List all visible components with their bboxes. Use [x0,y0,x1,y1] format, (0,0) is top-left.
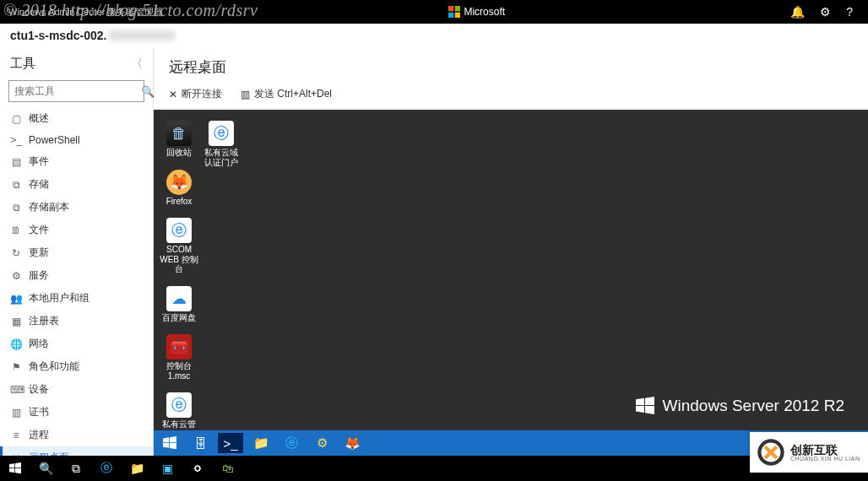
sidebar-item-label: 注册表 [29,314,59,328]
desktop-icon-label: 私有云域认证门户 [201,148,241,167]
search-tools[interactable]: 🔍 [8,80,144,102]
sidebar-item-3[interactable]: ⧉存储 [0,173,153,196]
sidebar-item-14[interactable]: ≡进程 [0,424,153,446]
svg-rect-0 [448,6,453,11]
app-icon: ☁ [166,286,192,311]
desktop-icon-label: SCOM WEB 控制台 [159,245,199,274]
sidebar-item-label: 更新 [29,246,49,260]
host-chrome-icon[interactable]: ⭘ [186,458,209,478]
svg-rect-3 [455,13,460,18]
badge-logo-icon [757,438,785,467]
os-brand: Windows Server 2012 R2 [636,397,844,415]
host-ie-icon[interactable]: ⓔ [95,458,118,478]
app-icon: ⓔ [166,392,192,418]
sidebar-item-label: 角色和功能 [29,359,79,374]
sidebar-item-label: 服务 [29,268,49,283]
sidebar-item-13[interactable]: ▥证书 [0,401,153,424]
remote-explorer-icon[interactable]: 📁 [248,433,274,453]
remote-start-button[interactable] [157,433,182,453]
sidebar-item-icon: ⌨ [10,384,22,396]
sidebar-item-label: 网络 [29,337,49,351]
host-name[interactable]: ctu1-s-msdc-002. [10,29,106,42]
search-input[interactable] [14,85,141,97]
desktop-icon[interactable]: 🧰控制台1.msc [159,334,199,381]
desktop-icon[interactable]: ⓔSCOM WEB 控制台 [159,218,199,274]
sidebar-item-9[interactable]: ▦注册表 [0,310,153,332]
sidebar-item-12[interactable]: ⌨设备 [0,378,153,401]
host-store-icon[interactable]: 🛍 [216,458,240,478]
sidebar-item-label: 概述 [29,111,49,126]
sidebar-item-8[interactable]: 👥本地用户和组 [0,287,153,310]
watermark-badge: 创新互联CHUANG XIN HU LIAN [750,432,868,473]
host-start-button[interactable] [3,458,27,478]
sidebar-item-label: 设备 [29,382,49,397]
sidebar-title: 工具 [10,56,35,72]
host-taskview-icon[interactable]: ⧉ [64,458,88,478]
host-taskbar[interactable]: 🔍 ⧉ ⓔ 📁 ▣ ⭘ 🛍 ▭ [0,456,868,481]
sidebar-item-icon: ≡ [10,430,22,441]
svg-rect-1 [455,6,460,11]
sidebar-item-15[interactable]: ✕远程桌面 [0,446,153,456]
sidebar-item-icon: 👥 [10,293,22,305]
remote-server-manager-icon[interactable]: 🗄 [187,433,213,453]
desktop-icon[interactable]: ☁百度网盘 [159,286,199,323]
sidebar-item-icon: ▤ [10,156,22,168]
sidebar-item-11[interactable]: ⚑角色和功能 [0,355,153,378]
sidebar-item-6[interactable]: ↻更新 [0,241,153,264]
remote-ie-icon[interactable]: ⓔ [279,433,304,453]
svg-rect-2 [448,13,453,18]
sidebar-item-label: 存储 [29,177,49,192]
sidebar-item-icon: >_ [10,134,22,146]
settings-icon[interactable]: ⚙ [820,5,831,19]
host-breadcrumb: ctu1-s-msdc-002. [0,24,868,47]
host-app-icon[interactable]: ▣ [155,458,179,478]
tools-sidebar: 工具 〈 🔍 ▢概述>_PowerShell▤事件⧉存储⧉存储副本🗎文件↻更新⚙… [0,47,154,456]
help-icon[interactable]: ? [846,5,853,19]
windows-logo-icon [636,397,654,415]
desktop-icon[interactable]: ⓔ私有云域认证门户 [201,121,241,167]
app-icon: ⓔ [209,121,234,146]
sidebar-item-icon: ⧉ [10,202,22,213]
app-icon: 🗑 [166,121,192,146]
close-icon: ✕ [169,89,177,100]
microsoft-logo-icon [448,6,460,18]
desktop-icon-label: 控制台1.msc [159,361,199,381]
remote-powershell-icon[interactable]: >_ [218,433,243,453]
remote-firefox-icon[interactable]: 🦊 [339,433,365,453]
sidebar-item-label: 事件 [29,154,49,169]
sidebar-item-4[interactable]: ⧉存储副本 [0,196,153,219]
desktop-icon[interactable]: 🗑回收站 [159,121,199,158]
host-name-redacted [108,30,176,41]
sidebar-item-label: 本地用户和组 [29,291,90,305]
app-icon: 🧰 [166,334,192,359]
sidebar-item-0[interactable]: ▢概述 [0,107,153,130]
remote-desktop-viewport[interactable]: 🗑回收站🦊FirefoxⓔSCOM WEB 控制台☁百度网盘🧰控制台1.mscⓔ… [154,114,868,456]
desktop-icon-label: 百度网盘 [162,313,196,323]
desktop-icon[interactable]: 🦊Firefox [159,170,199,207]
microsoft-brand: Microsoft [464,6,505,18]
sidebar-item-icon: ▦ [10,316,22,327]
app-icon: ⓔ [166,218,192,243]
sidebar-item-label: PowerShell [29,134,80,146]
sidebar-item-icon: ▢ [10,113,22,125]
watermark: © 2018 http://blog.51cto.com/rdsrv [0,0,261,20]
sidebar-item-5[interactable]: 🗎文件 [0,219,153,241]
sidebar-item-7[interactable]: ⚙服务 [0,264,153,287]
send-ctrl-alt-del-button[interactable]: ▥发送 Ctrl+Alt+Del [241,87,332,101]
page-title: 远程桌面 [154,47,868,84]
host-search-icon[interactable]: 🔍 [34,458,57,478]
sidebar-item-label: 文件 [29,223,49,237]
collapse-sidebar-icon[interactable]: 〈 [131,57,143,72]
sidebar-item-2[interactable]: ▤事件 [0,150,153,173]
notifications-icon[interactable]: 🔔 [790,5,805,19]
remote-settings-icon[interactable]: ⚙ [309,433,334,453]
sidebar-item-1[interactable]: >_PowerShell [0,130,153,150]
desktop-icon-label: 回收站 [166,148,192,158]
sidebar-item-icon: ▥ [10,407,22,419]
sidebar-item-10[interactable]: 🌐网络 [0,332,153,355]
sidebar-item-icon: ⚙ [10,270,22,282]
disconnect-button[interactable]: ✕断开连接 [169,87,222,101]
sidebar-item-label: 进程 [29,428,49,442]
desktop-icon-label: Firefox [166,197,193,207]
host-explorer-icon[interactable]: 📁 [125,458,149,478]
